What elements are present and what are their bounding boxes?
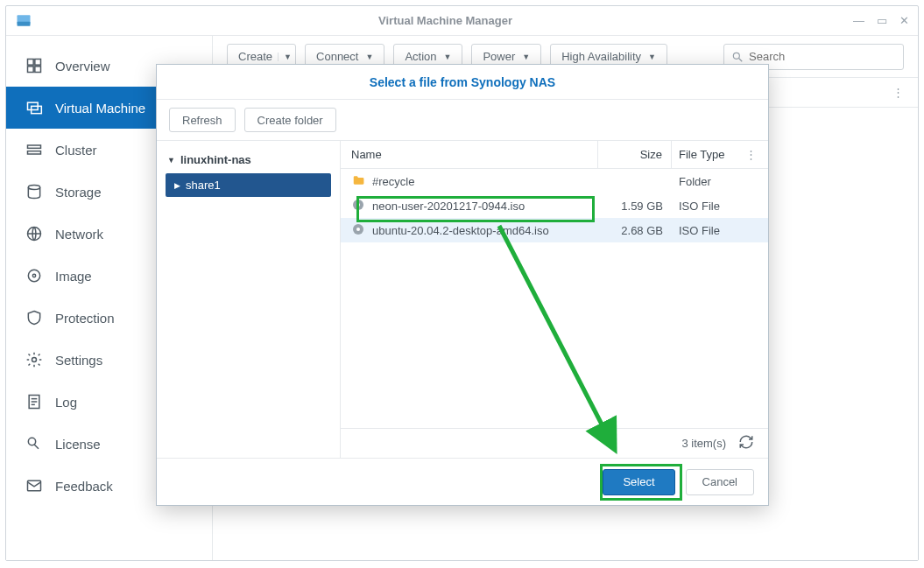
svg-point-12 bbox=[28, 270, 39, 281]
file-list-status: 3 item(s) bbox=[341, 428, 768, 458]
storage-icon bbox=[25, 183, 43, 200]
refresh-icon[interactable] bbox=[738, 434, 754, 452]
dialog-footer: Select Cancel bbox=[157, 458, 768, 505]
svg-point-24 bbox=[356, 203, 360, 207]
sidebar-item-label: Log bbox=[55, 395, 77, 410]
feedback-icon bbox=[25, 477, 43, 494]
chevron-down-icon[interactable]: ▼ bbox=[278, 53, 292, 61]
sidebar-item-label: Feedback bbox=[55, 479, 113, 494]
sidebar-item-label: Storage bbox=[55, 185, 102, 200]
sidebar-item-label: Protection bbox=[55, 311, 115, 326]
svg-point-10 bbox=[28, 186, 39, 190]
svg-rect-2 bbox=[28, 60, 34, 66]
settings-icon bbox=[25, 351, 43, 368]
sidebar-item-label: License bbox=[55, 437, 101, 452]
item-count: 3 item(s) bbox=[681, 437, 726, 450]
sidebar-item-label: Network bbox=[55, 227, 103, 242]
sidebar-item-label: Image bbox=[55, 269, 92, 284]
vm-icon bbox=[25, 99, 43, 116]
folder-tree: ▼ linuxhint-nas ▶ share1 bbox=[157, 141, 341, 458]
tree-node-share1[interactable]: ▶ share1 bbox=[166, 173, 331, 197]
protection-icon bbox=[25, 309, 43, 326]
log-icon bbox=[25, 393, 43, 410]
titlebar: Virtual Machine Manager — ▭ ✕ bbox=[6, 6, 918, 36]
svg-point-26 bbox=[356, 228, 360, 231]
svg-point-13 bbox=[32, 274, 35, 277]
table-columns-menu-icon[interactable]: ⋮ bbox=[892, 86, 904, 99]
svg-point-21 bbox=[733, 53, 739, 59]
chevron-down-icon: ▼ bbox=[365, 53, 373, 61]
svg-rect-9 bbox=[28, 151, 41, 154]
minimize-icon[interactable]: — bbox=[853, 14, 864, 27]
refresh-button[interactable]: Refresh bbox=[169, 108, 236, 132]
image-icon bbox=[25, 267, 43, 284]
iso-icon bbox=[351, 198, 365, 214]
svg-point-14 bbox=[32, 358, 37, 362]
dialog-toolbar: Refresh Create folder bbox=[157, 100, 768, 140]
svg-rect-3 bbox=[35, 60, 41, 66]
tree-root[interactable]: ▼ linuxhint-nas bbox=[157, 150, 340, 170]
close-icon[interactable]: ✕ bbox=[899, 14, 909, 27]
chevron-down-icon: ▼ bbox=[648, 53, 656, 61]
cluster-icon bbox=[25, 141, 43, 158]
col-size[interactable]: Size bbox=[598, 141, 672, 168]
cancel-button[interactable]: Cancel bbox=[686, 469, 754, 495]
col-name[interactable]: Name bbox=[341, 141, 598, 168]
maximize-icon[interactable]: ▭ bbox=[877, 14, 887, 27]
svg-rect-1 bbox=[18, 21, 31, 25]
file-row-neon-iso[interactable]: neon-user-20201217-0944.iso 1.59 GB ISO … bbox=[341, 193, 768, 218]
svg-rect-8 bbox=[28, 145, 41, 148]
chevron-down-icon: ▼ bbox=[522, 53, 530, 61]
chevron-down-icon: ▼ bbox=[167, 156, 175, 165]
chevron-down-icon: ▼ bbox=[444, 53, 452, 61]
file-row-recycle[interactable]: #recycle Folder bbox=[341, 169, 768, 193]
chevron-right-icon: ▶ bbox=[174, 181, 180, 190]
file-picker-dialog: Select a file from Synology NAS Refresh … bbox=[156, 64, 769, 506]
overview-icon bbox=[25, 57, 43, 74]
col-type[interactable]: File Type bbox=[672, 141, 745, 168]
sidebar-item-label: Virtual Machine bbox=[55, 101, 145, 116]
search-icon bbox=[731, 51, 744, 63]
select-button[interactable]: Select bbox=[603, 469, 674, 495]
window-title: Virtual Machine Manager bbox=[38, 14, 853, 27]
search-input[interactable] bbox=[749, 50, 896, 63]
svg-line-22 bbox=[739, 58, 743, 61]
license-icon bbox=[25, 435, 43, 452]
iso-icon bbox=[351, 222, 365, 239]
svg-point-19 bbox=[28, 438, 35, 445]
network-icon bbox=[25, 225, 43, 242]
app-icon bbox=[15, 12, 32, 30]
sidebar-item-label: Cluster bbox=[55, 143, 97, 158]
dialog-title: Select a file from Synology NAS bbox=[157, 65, 768, 100]
sidebar-item-label: Settings bbox=[55, 353, 102, 368]
folder-icon bbox=[351, 174, 365, 189]
create-folder-button[interactable]: Create folder bbox=[244, 108, 336, 132]
file-list: Name Size File Type ⋮ #recycle Folder bbox=[341, 141, 768, 458]
file-list-header: Name Size File Type ⋮ bbox=[341, 141, 768, 169]
file-row-ubuntu-iso[interactable]: ubuntu-20.04.2-desktop-amd64.iso 2.68 GB… bbox=[341, 218, 768, 242]
sidebar-item-label: Overview bbox=[55, 59, 110, 74]
svg-rect-5 bbox=[35, 67, 41, 73]
columns-menu-icon[interactable]: ⋮ bbox=[745, 148, 761, 161]
svg-rect-4 bbox=[28, 67, 34, 73]
